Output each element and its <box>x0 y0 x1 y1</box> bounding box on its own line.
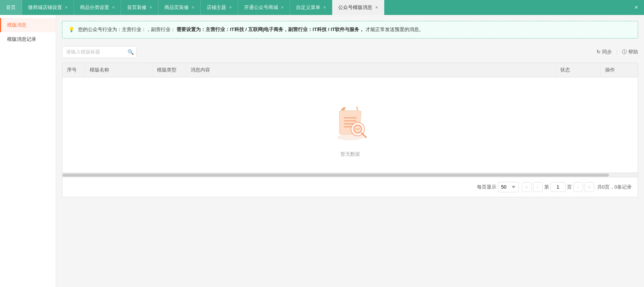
notice-highlight: 需要设置为：主营行业：IT科技 / 互联网|电子商务，副营行业：IT科技 / I… <box>176 27 364 32</box>
page-next-button[interactable]: › <box>573 182 583 192</box>
tab-custom-menu-label: 自定义菜单 <box>296 4 320 11</box>
content-area: 💡 您的公众号行业为：主营行业：，副营行业： 需要设置为：主营行业：IT科技 /… <box>56 15 644 287</box>
sync-icon: ↻ <box>597 49 601 55</box>
tab-homepage[interactable]: 首页装修 × <box>121 0 158 15</box>
tab-custom-menu[interactable]: 自定义菜单 × <box>290 0 332 15</box>
page-word-after: 页 <box>567 184 572 190</box>
horizontal-scrollbar[interactable] <box>62 172 638 177</box>
close-all-button[interactable]: × <box>629 4 644 11</box>
notice-suffix: 才能正常发送预置的消息。 <box>366 27 424 32</box>
page-word-before: 第 <box>544 184 549 190</box>
page-last-button[interactable]: » <box>585 182 594 192</box>
tab-homepage-label: 首页装修 <box>127 4 147 11</box>
sidebar-item-template-msg-records[interactable]: 模版消息记录 <box>0 32 56 46</box>
tab-open-store[interactable]: 开通公众号商城 × <box>238 0 290 15</box>
lightbulb-icon: 💡 <box>68 27 74 32</box>
tab-product-page-label: 商品页装修 <box>164 4 189 11</box>
help-label: 帮助 <box>628 49 638 55</box>
scroll-thumb <box>62 174 609 177</box>
divider: | <box>616 49 617 55</box>
table-wrapper: 序号 模版名称 模版类型 消息内容 状态 操作 <box>62 62 638 197</box>
search-icon[interactable]: 🔍 <box>127 49 134 55</box>
tab-shop-settings-label: 微商城店铺设置 <box>28 4 62 11</box>
tab-product-page[interactable]: 商品页装修 × <box>158 0 201 15</box>
tab-template-msg[interactable]: 公众号模版消息 × <box>332 0 384 15</box>
empty-state: 暂无数据 <box>62 77 638 172</box>
notice-box: 💡 您的公众号行业为：主营行业：，副营行业： 需要设置为：主营行业：IT科技 /… <box>62 21 638 39</box>
close-icon[interactable]: × <box>323 5 326 10</box>
search-bar: 🔍 ↻ 同步 | ⓘ 帮助 <box>62 46 638 58</box>
close-icon[interactable]: × <box>375 5 378 10</box>
close-icon[interactable]: × <box>112 5 115 10</box>
tab-category-label: 商品分类设置 <box>80 4 109 11</box>
total-label: 共0页，0条记录 <box>597 184 632 190</box>
close-icon[interactable]: × <box>150 5 152 10</box>
col-type: 模版类型 <box>152 63 186 77</box>
close-icon[interactable]: × <box>229 5 232 10</box>
page-prev-button[interactable]: ‹ <box>533 182 543 192</box>
table-header-row: 序号 模版名称 模版类型 消息内容 状态 操作 <box>62 63 638 77</box>
tab-shop-settings[interactable]: 微商城店铺设置 × <box>22 0 74 15</box>
sidebar-item-template-msg-records-label: 模版消息记录 <box>7 36 36 42</box>
tab-category[interactable]: 商品分类设置 × <box>74 0 121 15</box>
tab-open-store-label: 开通公众号商城 <box>244 4 278 11</box>
notice-prefix: 您的公众号行业为：主营行业：，副营行业： <box>78 27 175 32</box>
page-size-label: 每页显示 <box>477 184 496 190</box>
empty-text: 暂无数据 <box>341 151 360 158</box>
col-index: 序号 <box>62 63 85 77</box>
close-icon[interactable]: × <box>192 5 194 10</box>
page-number-input[interactable] <box>551 182 566 192</box>
tab-template-msg-label: 公众号模版消息 <box>338 4 372 11</box>
sidebar-item-template-msg[interactable]: 模版消息 <box>0 18 56 32</box>
close-icon[interactable]: × <box>65 5 68 10</box>
tab-store-theme-label: 店铺主题 <box>207 4 226 11</box>
page-size-select: 每页显示 50 20 100 <box>477 182 519 192</box>
sidebar: 模版消息 模版消息记录 <box>0 15 56 287</box>
help-button[interactable]: ⓘ 帮助 <box>622 49 638 55</box>
data-table: 序号 模版名称 模版类型 消息内容 状态 操作 <box>62 63 638 77</box>
help-circle-icon: ⓘ <box>622 49 627 55</box>
toolbar-right: ↻ 同步 | ⓘ 帮助 <box>597 49 638 55</box>
sync-button[interactable]: ↻ 同步 <box>597 49 612 55</box>
empty-illustration <box>328 100 373 145</box>
top-nav: 首页 微商城店铺设置 × 商品分类设置 × 首页装修 × 商品页装修 × 店铺主… <box>0 0 644 15</box>
page-size-dropdown[interactable]: 50 20 100 <box>498 182 519 192</box>
tab-home[interactable]: 首页 <box>0 0 22 15</box>
tab-store-theme[interactable]: 店铺主题 × <box>201 0 238 15</box>
sidebar-item-template-msg-label: 模版消息 <box>7 22 27 28</box>
close-icon[interactable]: × <box>281 5 284 10</box>
page-first-button[interactable]: « <box>522 182 531 192</box>
tab-home-label: 首页 <box>6 4 16 11</box>
pagination-bar: 每页显示 50 20 100 « ‹ 第 页 › » 共0页，0条记录 <box>62 177 638 197</box>
main-layout: 模版消息 模版消息记录 💡 您的公众号行业为：主营行业：，副营行业： 需要设置为… <box>0 15 644 287</box>
page-nav: « ‹ 第 页 › » <box>522 182 594 192</box>
sync-label: 同步 <box>602 49 612 55</box>
search-input-wrap: 🔍 <box>62 46 137 58</box>
search-input[interactable] <box>62 46 137 58</box>
col-name: 模版名称 <box>85 63 152 77</box>
col-action: 操作 <box>600 63 638 77</box>
col-status: 状态 <box>555 63 600 77</box>
col-content: 消息内容 <box>186 63 555 77</box>
